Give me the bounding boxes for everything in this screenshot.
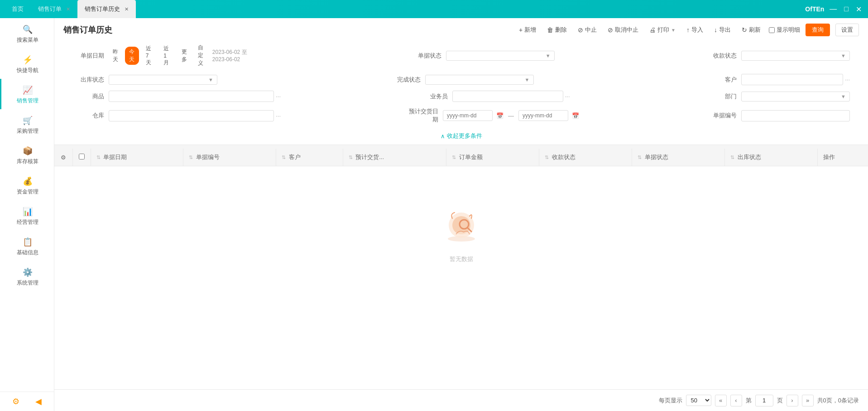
payment-status-arrow-icon: ▼ xyxy=(841,53,846,58)
sort-outbound-icon: ⇅ xyxy=(730,155,734,160)
export-button[interactable]: ↓ 导出 xyxy=(711,24,734,36)
delete-button[interactable]: 🗑 删除 xyxy=(544,24,570,36)
next-page-icon: › xyxy=(791,397,793,404)
th-order-amount[interactable]: ⇅ 订单金额 xyxy=(446,149,539,166)
calendar-to-icon[interactable]: 📅 xyxy=(572,112,579,119)
sidebar-item-system[interactable]: ⚙️ 系统管理 xyxy=(0,261,54,291)
sidebar-item-search[interactable]: 🔍 搜索菜单 xyxy=(0,18,54,48)
date-btn-1month[interactable]: 近1月 xyxy=(159,44,175,68)
sidebar-settings-icon[interactable]: ⚙ xyxy=(12,396,19,406)
department-arrow-icon: ▼ xyxy=(841,94,846,99)
date-btn-today[interactable]: 今天 xyxy=(125,47,139,65)
last-page-icon: » xyxy=(806,397,809,404)
display-toggle-checkbox[interactable] xyxy=(769,27,775,33)
display-toggle[interactable]: 显示明细 xyxy=(769,26,800,34)
import-button[interactable]: ↑ 导入 xyxy=(684,24,706,36)
cancel-stop-icon: ⊘ xyxy=(608,26,613,34)
th-bill-date[interactable]: ⇅ 单据日期 xyxy=(91,149,183,166)
print-button[interactable]: 🖨 打印 ▼ xyxy=(647,24,678,36)
complete-status-select[interactable]: ▼ xyxy=(425,75,534,85)
date-btn-yesterday[interactable]: 昨天 xyxy=(109,47,122,65)
th-bill-number[interactable]: ⇅ 单据编号 xyxy=(183,149,276,166)
sidebar-item-sales[interactable]: 📈 销售管理 xyxy=(0,79,54,109)
date-btn-custom[interactable]: 自定义 xyxy=(194,43,210,68)
tab-sales-order-close[interactable]: ✕ xyxy=(66,6,70,12)
cancel-stop-button[interactable]: ⊘ 取消中止 xyxy=(605,24,641,36)
outbound-status-select[interactable]: ▼ xyxy=(109,75,217,85)
maximize-btn[interactable]: □ xyxy=(842,5,850,13)
print-arrow-icon: ▼ xyxy=(671,28,676,33)
delivery-date-from[interactable] xyxy=(443,110,493,121)
tab-sales-history[interactable]: 销售订单历史 ✕ xyxy=(77,0,136,18)
th-outbound-status[interactable]: ⇅ 出库状态 xyxy=(724,149,817,166)
basic-info-icon: 📋 xyxy=(23,237,33,247)
new-button[interactable]: + 新增 xyxy=(516,24,539,36)
pagination-bar: 每页显示 50 20 100 « ‹ 第 页 › » 共0页，0条记录 xyxy=(54,389,868,411)
th-customer[interactable]: ⇅ 客户 xyxy=(276,149,343,166)
date-range-display: 2023-06-02 至 2023-06-02 xyxy=(212,48,259,63)
first-page-btn[interactable]: « xyxy=(715,395,727,406)
query-button[interactable]: 查询 xyxy=(806,24,830,36)
date-btn-7days[interactable]: 近7天 xyxy=(142,44,157,68)
delete-icon: 🗑 xyxy=(547,26,553,34)
sort-bill-date-icon: ⇅ xyxy=(96,155,101,160)
salesperson-dots-icon[interactable]: ··· xyxy=(565,93,570,100)
refresh-button[interactable]: ↻ 刷新 xyxy=(739,24,763,36)
main-layout: 🔍 搜索菜单 ⚡ 快捷导航 📈 销售管理 🛒 采购管理 📦 库存核算 💰 资金管… xyxy=(0,18,868,411)
sidebar-item-finance[interactable]: 💰 资金管理 xyxy=(0,170,54,200)
tab-sales-history-close[interactable]: ✕ xyxy=(125,6,129,12)
tab-home[interactable]: 首页 xyxy=(5,0,31,18)
sort-bill-number-icon: ⇅ xyxy=(189,155,193,160)
department-select[interactable]: ▼ xyxy=(741,92,850,102)
tab-sales-order[interactable]: 销售订单 ✕ xyxy=(31,0,77,18)
close-btn[interactable]: ✕ xyxy=(854,5,863,14)
sidebar-collapse-icon[interactable]: ◀ xyxy=(35,396,42,406)
collapse-bar[interactable]: ∧ 收起更多条件 xyxy=(72,129,850,145)
th-config[interactable]: ⚙ xyxy=(54,149,72,166)
sidebar-item-quick-nav[interactable]: ⚡ 快捷导航 xyxy=(0,48,54,79)
customer-label: 客户 xyxy=(705,76,741,84)
th-check[interactable] xyxy=(72,149,91,166)
th-billstatus-label: 单据状态 xyxy=(645,154,668,160)
calendar-from-icon[interactable]: 📅 xyxy=(496,112,504,119)
minimize-btn[interactable]: — xyxy=(828,5,839,13)
warehouse-input[interactable] xyxy=(109,110,274,121)
prev-page-btn[interactable]: ‹ xyxy=(730,395,742,406)
delete-label: 删除 xyxy=(555,26,567,34)
sidebar-item-basic-info[interactable]: 📋 基础信息 xyxy=(0,231,54,261)
date-btn-more[interactable]: 更多 xyxy=(177,47,191,65)
th-delivery-date[interactable]: ⇅ 预计交货... xyxy=(343,149,446,166)
bill-number-label: 单据编号 xyxy=(705,111,741,120)
sidebar-item-inventory[interactable]: 📦 库存核算 xyxy=(0,140,54,170)
payment-status-select[interactable]: ▼ xyxy=(741,51,850,61)
sidebar-item-purchase[interactable]: 🛒 采购管理 xyxy=(0,109,54,140)
salesperson-input[interactable] xyxy=(452,91,563,102)
select-all-checkbox[interactable] xyxy=(79,154,85,160)
customer-dots-icon[interactable]: ··· xyxy=(845,76,850,83)
goods-label: 商品 xyxy=(72,92,109,101)
tab-sales-history-label: 销售订单历史 xyxy=(85,5,120,13)
setting-button[interactable]: 设置 xyxy=(835,24,859,36)
customer-input[interactable] xyxy=(741,74,843,85)
sidebar-item-operations[interactable]: 📊 经营管理 xyxy=(0,200,54,231)
next-page-btn[interactable]: › xyxy=(786,395,798,406)
goods-input[interactable] xyxy=(109,91,274,102)
stop-button[interactable]: ⊘ 中止 xyxy=(575,24,599,36)
th-bill-status[interactable]: ⇅ 单据状态 xyxy=(632,149,725,166)
last-page-btn[interactable]: » xyxy=(802,395,814,406)
sidebar-operations-label: 经营管理 xyxy=(17,218,38,226)
page-size-select[interactable]: 50 20 100 xyxy=(686,395,711,406)
th-payment-status[interactable]: ⇅ 收款状态 xyxy=(539,149,632,166)
goods-dots-icon[interactable]: ··· xyxy=(276,93,281,100)
page-number-input[interactable] xyxy=(755,395,773,406)
filter-body: 单据日期 昨天 今天 近7天 近1月 更多 自定义 2023-06-02 至 2… xyxy=(63,43,859,145)
warehouse-dots-icon[interactable]: ··· xyxy=(276,112,281,119)
sidebar-sales-label: 销售管理 xyxy=(17,97,38,105)
bill-number-input[interactable] xyxy=(741,110,850,121)
goods-control: ··· xyxy=(109,91,281,102)
stop-icon: ⊘ xyxy=(578,26,583,34)
delivery-date-to[interactable] xyxy=(518,110,568,121)
export-label: 导出 xyxy=(719,26,731,34)
import-label: 导入 xyxy=(691,26,703,34)
bill-status-select[interactable]: ▼ xyxy=(446,51,555,61)
